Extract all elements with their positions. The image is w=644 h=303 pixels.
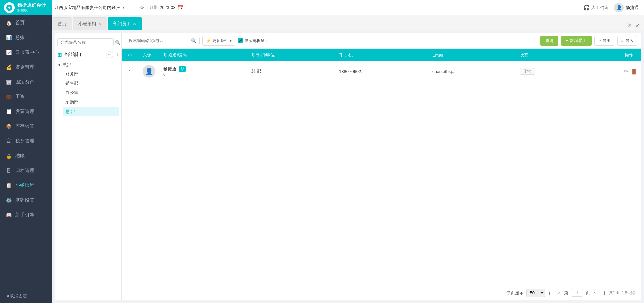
row-avatar-cell: 👤 bbox=[139, 61, 159, 81]
col-settings: ⚙ bbox=[122, 49, 139, 61]
company-selector[interactable]: 江西服宝精品有限责任公司内账张 ▼ bbox=[55, 5, 125, 11]
sidebar-item-assets[interactable]: 🏢 固定资产 bbox=[0, 75, 52, 89]
sidebar-item-archive[interactable]: 🗄 归档管理 bbox=[0, 163, 52, 178]
edit-employee-button[interactable]: ✏ bbox=[624, 68, 628, 75]
show-resigned-checkbox-label[interactable]: 显示离职员工 bbox=[238, 38, 268, 44]
cancel-fixed-button[interactable]: ◄取消固定 bbox=[0, 289, 52, 303]
dept-item-purchase[interactable]: 采购部 bbox=[63, 97, 119, 107]
col-status: 状态 bbox=[516, 49, 581, 61]
logo-text: 畅捷通好会计 bbox=[17, 2, 46, 8]
emp-name: 畅捷通 bbox=[163, 66, 176, 72]
col-name[interactable]: ⇅ 姓名/编码 bbox=[159, 49, 247, 61]
show-resigned-checkbox[interactable] bbox=[238, 38, 243, 43]
sidebar-item-tax[interactable]: 🏛 税务管理 bbox=[0, 134, 52, 148]
content-area: 首页 小畅报销 ✕ 部门员工 ✕ ✕ ⤢ 🔍 bbox=[52, 15, 644, 303]
chart-icon: 📈 bbox=[5, 49, 12, 56]
dept-item-office[interactable]: 办公室 bbox=[63, 88, 119, 97]
cancel-fixed-label: ◄取消固定 bbox=[5, 293, 27, 299]
sidebar-item-salary[interactable]: 💼 工资 bbox=[0, 89, 52, 104]
logo-icon bbox=[4, 2, 15, 13]
sidebar-item-home[interactable]: 🏠 首页 bbox=[0, 15, 52, 30]
tab-employee-close-icon[interactable]: ✕ bbox=[133, 21, 136, 26]
dept-header[interactable]: ⊞ 全部部门 ✏ 《 bbox=[55, 49, 121, 60]
per-page-select[interactable]: 50 100 200 bbox=[526, 289, 545, 297]
user-name: 畅捷通 bbox=[626, 5, 639, 11]
support-label: 人工咨询 bbox=[591, 5, 609, 11]
dept-edit-button[interactable]: ✏ bbox=[106, 51, 113, 58]
per-page-label: 每页显示 bbox=[506, 290, 524, 296]
emp-search-input[interactable] bbox=[129, 38, 190, 43]
dept-item-general[interactable]: 总 部 bbox=[63, 107, 119, 116]
tab-expense-close-icon[interactable]: ✕ bbox=[98, 21, 101, 26]
tab-expense[interactable]: 小畅报销 ✕ bbox=[73, 17, 107, 30]
sidebar-item-guide[interactable]: 📖 新手引导 bbox=[0, 208, 52, 222]
sidebar-item-inventory[interactable]: 📦 库存核算 bbox=[0, 119, 52, 134]
emp-phone: 138070602... bbox=[339, 69, 365, 74]
sidebar-label-salary: 工资 bbox=[15, 94, 25, 100]
period-area: 账期 2023-03 📅 bbox=[150, 5, 183, 10]
sidebar-item-reports[interactable]: 📈 云报表中心 bbox=[0, 45, 52, 60]
filter-button[interactable]: ⚡ 更多条件 ▾ bbox=[202, 36, 235, 46]
logo-text-group: 畅捷通好会计 旗舰版 bbox=[17, 2, 46, 13]
dept-item-sales[interactable]: 销售部 bbox=[63, 79, 119, 88]
filter-chevron-icon: ▾ bbox=[230, 38, 232, 43]
tab-employee[interactable]: 部门员工 ✕ bbox=[108, 17, 142, 30]
support-button[interactable]: 🎧 人工咨询 bbox=[583, 4, 609, 11]
add-employee-button[interactable]: + 新增员工 bbox=[561, 36, 592, 46]
filter-icon: ⚡ bbox=[206, 38, 211, 43]
import-button[interactable]: ↙ 导入 bbox=[617, 36, 637, 46]
avatar: 👤 bbox=[614, 3, 624, 12]
tab-close-button[interactable]: ✕ bbox=[626, 20, 633, 30]
sidebar-label-home: 首页 bbox=[15, 20, 25, 26]
col-avatar: 头像 bbox=[139, 49, 159, 61]
dept-collapse-button[interactable]: 《 bbox=[115, 52, 119, 58]
page-next-button[interactable]: › bbox=[593, 290, 597, 296]
logout-employee-button[interactable]: 🚪 bbox=[631, 68, 637, 75]
sidebar-item-funds[interactable]: 💰 资金管理 bbox=[0, 60, 52, 75]
sidebar-label-settings: 基础设置 bbox=[15, 197, 34, 203]
sort-phone-icon: ⇅ bbox=[339, 52, 343, 57]
dept-total-label: 总部 bbox=[63, 62, 71, 67]
page-first-button[interactable]: ⊢ bbox=[548, 290, 554, 296]
dept-search-bar: 🔍 bbox=[55, 36, 121, 49]
user-area[interactable]: 👤 畅捷通 bbox=[614, 3, 639, 12]
emp-dept: 总 部 bbox=[251, 69, 261, 74]
invite-label: 邀请 bbox=[545, 38, 554, 43]
home-icon: 🏠 bbox=[5, 19, 12, 26]
import-label: 导入 bbox=[626, 38, 634, 44]
col-dept[interactable]: ⇅ 部门/职位 bbox=[247, 49, 335, 61]
show-resigned-label: 显示离职员工 bbox=[244, 38, 268, 44]
emp-search-button[interactable]: 🔍 bbox=[191, 38, 197, 43]
settings-gear-button[interactable]: ⚙ bbox=[137, 3, 147, 12]
page-label: 第 bbox=[564, 290, 568, 296]
page-suffix: 页 bbox=[586, 290, 590, 296]
sidebar-label-archive: 归档管理 bbox=[15, 168, 34, 174]
dept-grid-icon: ⊞ bbox=[57, 52, 62, 58]
dept-header-left: ⊞ 全部部门 bbox=[57, 52, 81, 58]
logo-sub: 旗舰版 bbox=[17, 8, 46, 13]
tab-home-label: 首页 bbox=[58, 21, 66, 27]
page-prev-button[interactable]: ‹ bbox=[557, 290, 561, 296]
dept-search-input[interactable] bbox=[57, 38, 114, 46]
fund-icon: 💰 bbox=[5, 64, 12, 71]
export-button[interactable]: ↗ 导出 bbox=[594, 36, 614, 46]
tab-home[interactable]: 首页 bbox=[52, 17, 72, 30]
emp-dept-badge: 部 bbox=[179, 66, 186, 72]
sidebar-item-expense[interactable]: 📋 小畅报销 bbox=[0, 178, 52, 193]
add-company-button[interactable]: ＋ bbox=[125, 2, 137, 13]
sidebar-item-settings[interactable]: ⚙️ 基础设置 bbox=[0, 193, 52, 208]
page-input[interactable] bbox=[571, 289, 583, 297]
salary-icon: 💼 bbox=[5, 93, 12, 100]
dept-search-button[interactable]: 🔍 bbox=[115, 40, 121, 45]
employee-toolbar: 🔍 ⚡ 更多条件 ▾ 显示离职员工 邀请 bbox=[122, 33, 641, 49]
page-last-button[interactable]: ⊣ bbox=[600, 290, 606, 296]
sidebar-item-closing[interactable]: 🔒 结账 bbox=[0, 148, 52, 163]
main-area: 🏠 首页 📊 总账 📈 云报表中心 💰 资金管理 🏢 固定资产 💼 工资 🧾 发… bbox=[0, 15, 644, 303]
sidebar-item-invoice[interactable]: 🧾 发票管理 bbox=[0, 104, 52, 119]
tab-expand-button[interactable]: ⤢ bbox=[634, 20, 641, 30]
sidebar-item-ledger[interactable]: 📊 总账 bbox=[0, 30, 52, 45]
invite-button[interactable]: 邀请 bbox=[540, 36, 558, 46]
col-phone[interactable]: ⇅ 手机 bbox=[335, 49, 428, 61]
sidebar-label-invoice: 发票管理 bbox=[15, 109, 34, 115]
dept-item-finance[interactable]: 财务部 bbox=[63, 69, 119, 79]
